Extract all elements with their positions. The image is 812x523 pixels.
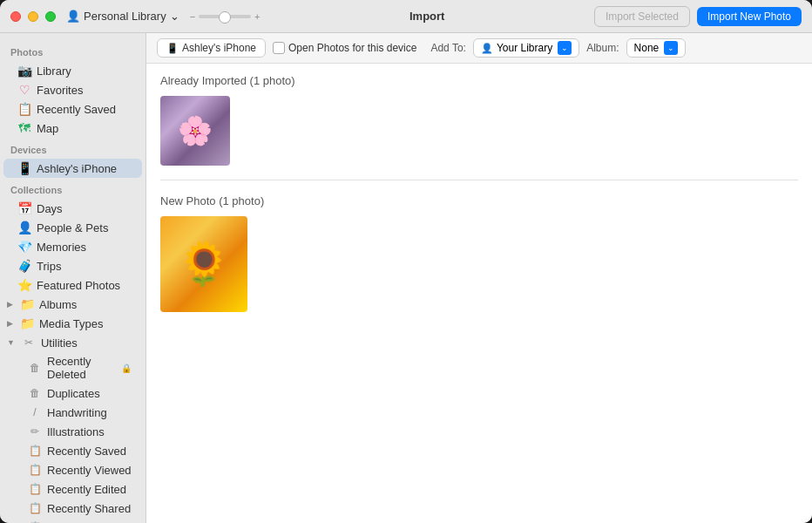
library-selector[interactable]: 👤 Personal Library ⌄ [66,10,179,23]
library-dropdown-value: Your Library [497,42,552,54]
sidebar-item-media-types[interactable]: ▶ 📁 Media Types [3,314,142,333]
sidebar-item-recently-edited[interactable]: 📋 Recently Edited [3,479,142,499]
open-photos-label: Open Photos for this device [288,42,416,54]
open-photos-control: Open Photos for this device [273,42,416,54]
sidebar-item-recently-viewed[interactable]: 📋 Recently Viewed [3,460,142,479]
media-types-icon: 📁 [20,316,34,330]
album-dropdown-value: None [634,42,660,54]
sidebar-item-handwriting[interactable]: / Handwriting [3,403,142,422]
main-layout: Photos 📷 Library ♡ Favorites 📋 Recently … [0,33,812,523]
sidebar-item-recently-saved[interactable]: 📋 Recently Saved [3,99,142,119]
sidebar-item-days[interactable]: 📅 Days [3,199,142,218]
sidebar-item-recently-deleted[interactable]: 🗑 Recently Deleted 🔒 [3,352,142,384]
sidebar-item-illustrations[interactable]: ✏ Illustrations [3,422,142,441]
section-divider [160,180,798,180]
zoom-minus-icon: − [190,11,195,22]
titlebar: 👤 Personal Library ⌄ − + Import Import S… [0,0,812,33]
add-to-label: Add To: [430,42,465,54]
sidebar-item-label: Ashley's iPhone [37,162,117,175]
chevron-down-icon: ▼ [7,338,15,347]
already-imported-grid [160,96,798,166]
sidebar-item-label: Media Types [39,317,103,330]
recently-saved-util-icon: 📋 [28,444,42,458]
photo-thumb-purple[interactable] [160,96,230,166]
sidebar-item-label: Recently Edited [47,483,126,496]
titlebar-actions: Import Selected Import New Photo [594,6,802,27]
device-tab-icon: 📱 [166,43,179,54]
minimize-button[interactable] [28,11,38,22]
lock-icon: 🔒 [121,363,132,373]
sidebar-section-collections: Collections [0,178,145,199]
photo-thumb-yellow[interactable] [160,216,247,312]
import-selected-button[interactable]: Import Selected [594,6,690,27]
sidebar-item-people-pets[interactable]: 👤 People & Pets [3,218,142,237]
sidebar-item-trips[interactable]: 🧳 Trips [3,256,142,275]
zoom-control: − + [190,11,261,22]
sidebar-item-label: Illustrations [47,425,105,438]
trips-icon: 🧳 [17,259,31,273]
zoom-slider[interactable] [199,15,251,18]
sidebar-item-label: People & Pets [37,221,108,234]
album-dropdown[interactable]: None ⌄ [626,38,687,58]
fullscreen-button[interactable] [45,11,56,22]
sidebar-item-iphone[interactable]: 📱 Ashley's iPhone [3,159,142,178]
sidebar-item-featured[interactable]: ⭐ Featured Photos [3,275,142,295]
sidebar-item-label: Duplicates [47,387,100,400]
photo-content: Already Imported (1 photo) New Photo (1 … [146,64,812,523]
sidebar-item-label: Utilities [41,336,78,350]
sidebar-item-map[interactable]: 🗺 Map [3,119,142,138]
recently-deleted-icon: 🗑 [28,361,42,375]
sidebar-section-devices: Devices [0,138,145,159]
content-area: 📱 Ashley's iPhone Open Photos for this d… [146,33,812,523]
memories-icon: 💎 [17,240,31,254]
sidebar-item-utilities[interactable]: ▼ ✂ Utilities [3,333,142,352]
sidebar-item-imports[interactable]: 📋 Imports [3,518,142,523]
sidebar-item-label: Memories [37,241,86,254]
days-icon: 📅 [17,201,31,215]
library-dropdown[interactable]: 👤 Your Library ⌄ [473,38,579,58]
sidebar-item-recently-saved-util[interactable]: 📋 Recently Saved [3,441,142,460]
library-dropdown-arrow: ⌄ [558,41,572,55]
close-button[interactable] [10,11,21,22]
recently-saved-icon: 📋 [17,102,31,116]
chevron-updown-icon: ⌄ [170,10,179,23]
sidebar-item-favorites[interactable]: ♡ Favorites [3,80,142,99]
already-imported-title: Already Imported (1 photo) [160,74,798,87]
people-pets-icon: 👤 [17,221,31,234]
sidebar-item-albums[interactable]: ▶ 📁 Albums [3,295,142,314]
sidebar-section-photos: Photos [0,40,145,61]
album-label: Album: [586,42,619,54]
duplicates-icon: 🗑 [28,386,42,400]
recently-viewed-icon: 📋 [28,463,42,477]
featured-icon: ⭐ [17,278,31,292]
iphone-icon: 📱 [17,161,31,175]
new-photo-title: New Photo (1 photo) [160,194,798,207]
sidebar-item-label: Library [37,65,71,78]
sidebar-item-duplicates[interactable]: 🗑 Duplicates [3,384,142,403]
library-name: Personal Library [84,10,166,23]
sidebar-item-memories[interactable]: 💎 Memories [3,237,142,256]
open-photos-checkbox[interactable] [273,42,285,54]
window-title: Import [261,10,594,23]
sidebar-item-recently-shared[interactable]: 📋 Recently Shared [3,499,142,518]
person-icon: 👤 [66,10,80,23]
sidebar-item-label: Recently Deleted [47,355,116,381]
device-tab[interactable]: 📱 Ashley's iPhone [157,38,266,58]
chevron-right-icon: ▶ [7,319,13,328]
traffic-lights [10,11,56,22]
illustrations-icon: ✏ [28,425,42,438]
import-new-photo-button[interactable]: Import New Photo [697,7,802,26]
sidebar-item-label: Map [37,122,58,135]
sidebar-item-label: Trips [37,260,61,273]
recently-edited-icon: 📋 [28,482,42,496]
map-icon: 🗺 [17,121,31,135]
handwriting-icon: / [28,405,42,419]
library-dropdown-icon: 👤 [481,43,493,54]
sidebar-item-label: Featured Photos [37,279,120,292]
sidebar-item-label: Recently Shared [47,502,131,515]
recently-shared-icon: 📋 [28,501,42,515]
sidebar-item-library[interactable]: 📷 Library [3,61,142,80]
import-toolbar: 📱 Ashley's iPhone Open Photos for this d… [146,33,812,64]
sidebar-item-label: Days [37,202,63,215]
favorites-icon: ♡ [17,83,31,97]
